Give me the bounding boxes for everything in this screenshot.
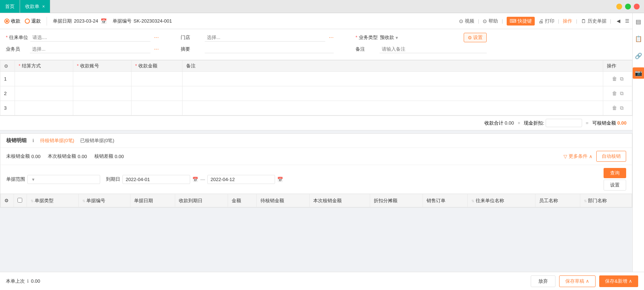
store-input[interactable] [205, 34, 325, 42]
shortcut-btn[interactable]: ⌨ 快捷键 [507, 17, 535, 26]
save-draft-button[interactable]: 保存草稿 ∧ [559, 275, 596, 287]
partner-more-icon[interactable]: ··· [154, 34, 159, 41]
scope-arrow-icon: ▾ [32, 177, 35, 182]
side-clipboard-icon[interactable]: 📋 [633, 33, 644, 44]
bt-required-star: * [356, 35, 357, 40]
receipt-radio[interactable]: 收款 [4, 18, 20, 24]
filter-settings-button[interactable]: 设置 [604, 180, 626, 191]
business-type-select[interactable]: 预收款 ▾ [380, 34, 462, 41]
row-3-delete-icon[interactable]: 🗑 [612, 105, 617, 111]
draft-arrow-icon: ∧ [586, 278, 589, 284]
settle-required: * [19, 63, 20, 68]
row-1-settle[interactable] [15, 72, 73, 86]
discount-item: 现金折扣: [524, 119, 582, 127]
print-btn[interactable]: 🖨 打印 [538, 18, 554, 24]
th-settings[interactable]: ⚙ [0, 60, 15, 72]
sub-table-head: ⚙ ⇅ 单据类型 ⇅ 单据编号 [1, 194, 632, 207]
history-label: 历史单据 [588, 18, 606, 24]
refund-radio[interactable]: 退款 [25, 18, 41, 24]
verify-info-icon[interactable]: ℹ [32, 138, 34, 143]
select-all-checkbox[interactable] [17, 198, 22, 203]
row-3-settle[interactable] [15, 101, 73, 115]
row-2-op-icons: 🗑 ⧉ [607, 90, 628, 97]
row-2-settle[interactable] [15, 86, 73, 101]
help-btn[interactable]: ⊙ 帮助 [483, 18, 498, 24]
scope-select[interactable]: ▾ [27, 175, 100, 184]
pending-tab[interactable]: 待核销单据(0笔) [40, 137, 74, 144]
sub-th-settings[interactable]: ⚙ [1, 194, 14, 207]
row-2-remark[interactable] [182, 86, 603, 101]
row-3-remark[interactable] [182, 101, 603, 115]
row-2-account[interactable] [73, 86, 131, 101]
row-1-op: 🗑 ⧉ [603, 72, 632, 86]
row-2-amount[interactable] [131, 86, 182, 101]
help-icon: ⊙ [483, 18, 487, 24]
sub-th-due-date: 收款到期日 [175, 194, 228, 207]
dept-sort-icon[interactable]: ⇅ [584, 199, 587, 203]
sub-th-checkbox[interactable] [14, 194, 27, 207]
row-1-amount[interactable] [131, 72, 182, 86]
footer-right: 放弃 保存草稿 ∧ 保存&新增 ∧ [531, 275, 638, 287]
table-settings-icon[interactable]: ⚙ [4, 63, 8, 69]
completed-tab[interactable]: 已核销单据(0笔) [80, 137, 114, 144]
sub-th-date: 单据日期 [130, 194, 175, 207]
plus-sign: + [518, 120, 521, 126]
row-1-delete-icon[interactable]: 🗑 [612, 76, 617, 82]
settings-button[interactable]: ⚙ 设置 [464, 33, 487, 42]
partner-sort-icon[interactable]: ⇅ [471, 199, 474, 203]
side-link-icon[interactable]: 🔗 [633, 50, 644, 62]
video-icon: ⊙ [459, 18, 463, 24]
footer-info-icon[interactable]: ℹ [27, 278, 29, 284]
partner-input[interactable] [30, 34, 150, 42]
row-2-delete-icon[interactable]: 🗑 [612, 90, 617, 97]
store-more-icon[interactable]: ··· [329, 34, 334, 41]
salesman-input[interactable] [30, 45, 150, 53]
filter-row: 单据范围 ▾ 到期日 📅 — 📅 查询 设置 [0, 165, 632, 194]
current-verify-label: 本次核销金额 [48, 153, 76, 160]
tab-home-label: 首页 [5, 3, 15, 10]
date-calendar-icon[interactable]: 📅 [101, 18, 107, 24]
shortcut-label: 快捷键 [518, 18, 532, 24]
salesman-more-icon[interactable]: ··· [154, 46, 159, 52]
side-camera-icon[interactable]: 📷 [633, 67, 644, 79]
window-maximize-button[interactable] [625, 4, 631, 9]
row-3-amount[interactable] [131, 101, 182, 115]
number-sort-icon[interactable]: ⇅ [82, 199, 85, 203]
help-label: 帮助 [488, 18, 498, 24]
tab-close-icon[interactable]: × [42, 4, 45, 9]
row-1-copy-icon[interactable]: ⧉ [620, 76, 624, 82]
row-3-account[interactable] [73, 101, 131, 115]
video-btn[interactable]: ⊙ 视频 [459, 18, 474, 24]
date-to-calendar-icon[interactable]: 📅 [277, 177, 283, 182]
remark-input[interactable] [380, 45, 487, 53]
date-from-input[interactable] [122, 175, 190, 184]
side-table-icon[interactable]: ▤ [633, 16, 643, 27]
summary-input[interactable] [205, 45, 334, 53]
date-from-calendar-icon[interactable]: 📅 [192, 177, 198, 182]
date-to-input[interactable] [207, 175, 275, 184]
auto-verify-button[interactable]: 自动核销 [596, 151, 626, 162]
row-1-remark[interactable] [182, 72, 603, 86]
layout-list-icon[interactable]: ☰ [624, 17, 631, 25]
verify-header: 核销明细 ℹ 待核销单据(0笔) 已核销单据(0笔) [0, 134, 632, 148]
window-minimize-button[interactable] [616, 4, 622, 9]
more-conditions-btn[interactable]: ▽ 更多条件 ∧ [564, 153, 593, 160]
discount-input[interactable] [546, 119, 582, 127]
window-close-button[interactable] [634, 4, 640, 9]
row-2-copy-icon[interactable]: ⧉ [620, 90, 624, 97]
row-1-account[interactable] [73, 72, 131, 86]
amount-required: * [135, 63, 137, 68]
query-button[interactable]: 查询 [604, 168, 626, 178]
tab-home[interactable]: 首页 [0, 0, 20, 13]
row-3-copy-icon[interactable]: ⧉ [620, 105, 624, 111]
type-sort-icon[interactable]: ⇅ [31, 199, 34, 203]
discard-button[interactable]: 放弃 [531, 275, 555, 287]
save-new-button[interactable]: 保存&新增 ∧ [599, 275, 638, 287]
footer-left: 本单上次 ℹ 0.00 [6, 278, 40, 285]
date-range: 到期日 📅 — 📅 [106, 175, 283, 184]
history-btn[interactable]: 🗒 历史单据 [581, 18, 606, 24]
tab-receipt[interactable]: 收款单 × [20, 0, 50, 13]
sub-table-settings-icon[interactable]: ⚙ [4, 198, 9, 203]
layout-prev-icon[interactable]: ◀ [615, 17, 622, 25]
operation-btn[interactable]: 操作 [563, 18, 572, 24]
